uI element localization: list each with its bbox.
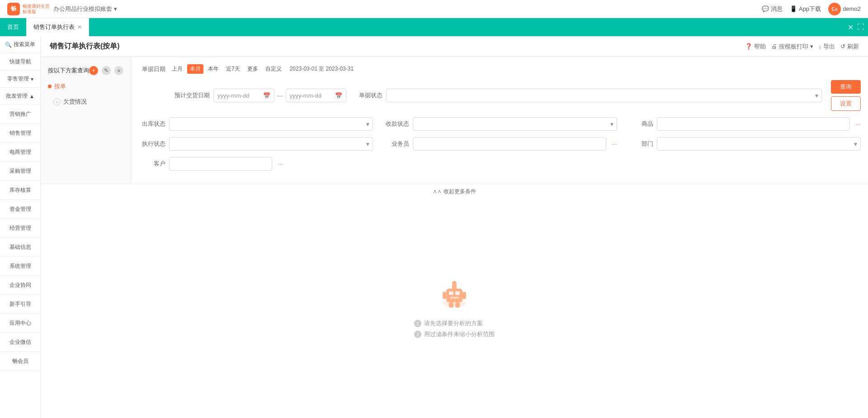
help-button[interactable]: ❓ 帮助 (745, 43, 766, 51)
dept-select[interactable] (657, 137, 861, 151)
goods-label: 商品 (626, 120, 653, 128)
app-download-button[interactable]: 📱 App下载 (790, 5, 821, 13)
salesperson-more-icon[interactable]: ··· (612, 140, 617, 147)
refresh-icon: ↺ (840, 43, 845, 50)
tab-home[interactable]: 首页 (0, 18, 26, 36)
solution-item-by-order[interactable]: 按单 (41, 79, 131, 94)
date-preset-custom[interactable]: 自定义 (263, 64, 284, 74)
app-download-label: App下载 (799, 5, 821, 13)
message-button[interactable]: 💬 消息 (762, 5, 783, 13)
date-preset-more[interactable]: 更多 (245, 64, 261, 74)
sidebar-item-marketing[interactable]: 营销推广 (0, 105, 40, 124)
svg-rect-7 (443, 292, 446, 299)
dept-field: 部门 ▾ (626, 137, 861, 151)
sidebar-enterprise-label: 企业协同 (9, 282, 31, 288)
salesperson-input[interactable] (413, 137, 606, 151)
filter-row-3: 执行状态 ▾ 业务员 ··· 部门 (138, 137, 861, 151)
sidebar-sales-label: 销售管理 (9, 130, 31, 136)
sidebar-item-inventory[interactable]: 库存核算 (0, 181, 40, 200)
sidebar-inventory-label: 库存核算 (9, 187, 31, 193)
settings-button[interactable]: 设置 (831, 96, 861, 111)
svg-rect-3 (455, 291, 460, 295)
sidebar-item-retail[interactable]: 零售管理 ▾ (0, 71, 40, 88)
print-icon: 🖨 (771, 43, 777, 50)
refresh-button[interactable]: ↺ 刷新 (840, 43, 859, 51)
user-profile[interactable]: Ea demo2 (828, 3, 861, 15)
exec-select[interactable] (169, 137, 373, 151)
breadcrumb-area[interactable]: 办公用品行业模拟账套 ▾ (53, 5, 117, 13)
svg-rect-8 (462, 292, 466, 299)
status-select[interactable] (386, 89, 822, 102)
search-button[interactable]: 查询 (831, 80, 861, 94)
sidebar-item-system[interactable]: 系统管理 (0, 257, 40, 276)
solution-debt-label: 欠货情况 (63, 98, 87, 106)
date-presets: 上月 本月 本年 近7天 更多 自定义 (169, 64, 284, 74)
goods-more-icon[interactable]: ··· (855, 120, 861, 128)
top-bar: 畅 畅捷通好生意 标准版 办公用品行业模拟账套 ▾ 💬 消息 📱 App下载 E… (0, 0, 868, 18)
sidebar-item-sales[interactable]: 销售管理 (0, 124, 40, 143)
delivery-label: 出库状态 (138, 120, 165, 128)
goods-input[interactable] (657, 117, 850, 131)
sidebar-item-wholesale[interactable]: 批发管理 ▲ (0, 88, 40, 105)
svg-rect-2 (449, 291, 453, 295)
customer-input[interactable] (169, 157, 272, 171)
debt-icon: ○ (53, 98, 61, 105)
date-preset-this-year[interactable]: 本年 (205, 64, 222, 74)
status-select-wrapper: ▾ (386, 89, 822, 102)
collapse-solution-button[interactable]: « (114, 66, 123, 75)
sidebar-item-purchase[interactable]: 采购管理 (0, 162, 40, 181)
date-from-input[interactable]: yyyy-mm-dd 📅 (213, 89, 274, 102)
date-range-text: 2023-03-01 至 2023-03-31 (290, 65, 354, 73)
sidebar-operations-label: 经营管理 (9, 225, 31, 231)
customer-more-icon[interactable]: ··· (278, 160, 283, 167)
delivery-status-field: 出库状态 ▾ (138, 117, 373, 131)
sidebar-item-apps[interactable]: 应用中心 (0, 314, 40, 333)
message-icon: 💬 (762, 5, 769, 12)
edit-solution-button[interactable]: ✎ (102, 66, 111, 75)
help-label: 帮助 (754, 43, 766, 51)
status-label: 单据状态 (355, 91, 382, 100)
hint-num-1: 1 (414, 320, 421, 327)
sidebar-item-finance[interactable]: 资金管理 (0, 200, 40, 219)
solution-item-debt[interactable]: ○ 欠货情况 (41, 94, 131, 109)
print-button[interactable]: 🖨 按模板打印 ▾ (771, 43, 813, 51)
sidebar-system-label: 系统管理 (9, 263, 31, 269)
customer-label: 客户 (138, 160, 165, 168)
sidebar-item-enterprise[interactable]: 企业协同 (0, 276, 40, 295)
exec-label: 执行状态 (138, 140, 165, 148)
empty-state: 1 请先选择要分析的方案 2 用过滤条件来缩小分析范围 (41, 199, 868, 418)
date-preset-last-month[interactable]: 上月 (169, 64, 185, 74)
sidebar-item-operations[interactable]: 经营管理 (0, 219, 40, 238)
sidebar-item-newbie[interactable]: 新手引导 (0, 295, 40, 314)
logo-area: 畅 畅捷通好生意 标准版 (7, 3, 50, 15)
tab-sales-order[interactable]: 销售订单执行表 ✕ (26, 18, 89, 36)
sidebar-search[interactable]: 🔍 搜索菜单 (0, 36, 40, 53)
tab-close-all-button[interactable]: ✕ (848, 23, 854, 32)
sidebar-item-member[interactable]: 畅会员 (0, 352, 40, 371)
sidebar-item-quick-nav[interactable]: 快捷导航 (0, 53, 40, 71)
date-preset-this-month[interactable]: 本月 (187, 64, 203, 74)
date-to-input[interactable]: yyyy-mm-dd 📅 (286, 89, 347, 102)
date-preset-7days[interactable]: 近7天 (223, 64, 243, 74)
tab-close-icon[interactable]: ✕ (77, 24, 82, 30)
empty-svg-icon (436, 276, 472, 312)
filter-row-1b: 预计交货日期 yyyy-mm-dd 📅 — yyyy-mm-dd 📅 (138, 80, 861, 111)
collapse-chevron-icon: ∧∧ (433, 188, 442, 195)
tab-home-label: 首页 (7, 23, 19, 31)
sidebar-item-ecommerce[interactable]: 电商管理 (0, 143, 40, 162)
collapse-bar[interactable]: ∧∧ 收起更多条件 (41, 184, 868, 199)
solution-header: 按以下方案查询 + ✎ « (41, 62, 131, 79)
breadcrumb-chevron-icon: ▾ (114, 5, 117, 12)
svg-point-6 (452, 281, 457, 285)
export-button[interactable]: ↓ 导出 (819, 43, 835, 51)
goods-field: 商品 ··· (626, 117, 861, 131)
sidebar-item-wechat[interactable]: 企业微信 (0, 333, 40, 352)
payment-status-field: 收款状态 ▾ (382, 117, 617, 131)
payment-select[interactable] (413, 117, 617, 131)
sidebar-item-basics[interactable]: 基础信息 (0, 238, 40, 257)
help-icon: ❓ (745, 43, 752, 50)
tab-expand-button[interactable]: ⛶ (857, 23, 864, 31)
dept-label: 部门 (626, 140, 653, 148)
delivery-select[interactable] (169, 117, 373, 131)
add-solution-button[interactable]: + (89, 66, 98, 75)
